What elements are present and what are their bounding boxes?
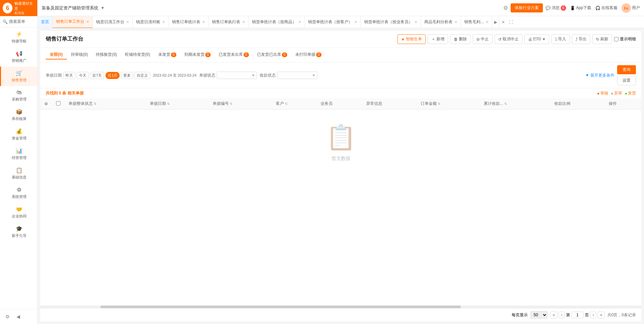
filter-tab-expired[interactable]: 到期未发货0	[180, 50, 215, 59]
sidebar-item-finance[interactable]: 💰 资金管理	[0, 125, 37, 144]
sidebar-item-inventory[interactable]: 📦 库存核算	[0, 105, 37, 125]
status-select[interactable]	[217, 72, 257, 79]
date-btn-yesterday[interactable]: 昨天	[63, 72, 75, 79]
show-detail-checkbox[interactable]	[614, 37, 618, 41]
date-btn-1month[interactable]: 近1月	[105, 72, 120, 79]
online-service-btn[interactable]: 🎧 在线客服	[595, 5, 617, 11]
stop-btn[interactable]: ⊘ 中止	[473, 34, 492, 44]
date-options: 昨天 今天 近7天 近1月 更多 自定义	[63, 72, 150, 79]
prev-page-btn[interactable]: ‹	[559, 312, 565, 318]
tab-sales-by-goods[interactable]: 销货单统计表（按商品） ✕	[249, 16, 305, 28]
tab-sales-by-customer[interactable]: 销货单统计表（按客户） ✕	[305, 16, 361, 28]
th-staff-label: 业务员	[320, 101, 333, 106]
refresh-btn[interactable]: ↻ 刷新	[592, 34, 612, 44]
tab-sales-exec[interactable]: 销售订单执行表 ✕	[209, 16, 249, 28]
date-btn-more[interactable]: 更多	[121, 72, 133, 79]
tab-fullscreen-btn[interactable]: ⛶	[507, 16, 515, 28]
th-date-sort[interactable]: 单据日期 ⇅	[150, 101, 205, 107]
sidebar-item-operations[interactable]: 📊 经营管理	[0, 144, 37, 164]
date-btn-7days[interactable]: 近7天	[90, 72, 104, 79]
tab-sales-stats-close[interactable]: ✕	[202, 20, 205, 24]
app-download-btn[interactable]: 📱 App下载	[570, 5, 591, 11]
th-settings[interactable]: ⚙	[40, 98, 52, 110]
tab-sales-more[interactable]: 销售毛利... ✕	[461, 16, 492, 28]
settings-btn[interactable]: 设置	[617, 76, 636, 85]
th-customer-sort[interactable]: 客户 ⇅	[276, 101, 312, 107]
th-checkbox[interactable]	[52, 98, 65, 110]
filter-tab-wangpu[interactable]: 旺铺待发货(0)	[121, 50, 154, 59]
tab-sales-by-goods-close[interactable]: ✕	[298, 20, 301, 24]
sidebar-item-system[interactable]: ⚙ 系统管理	[0, 183, 37, 203]
tab-sales-exec-close[interactable]: ✕	[242, 20, 245, 24]
sidebar-item-basicinfo[interactable]: 📋 基础信息	[0, 164, 37, 183]
last-page-btn[interactable]: »	[598, 312, 605, 318]
tab-close-all-btn[interactable]: ✕	[500, 16, 507, 28]
tab-sales-stats[interactable]: 销售订单统计表 ✕	[169, 16, 209, 28]
settings-bottom-icon[interactable]: ⚙	[3, 313, 11, 321]
page-input[interactable]	[571, 312, 584, 318]
tab-home[interactable]: 首页	[38, 16, 53, 28]
cancel-review-action-btn[interactable]: ● 弃审	[611, 90, 622, 96]
date-btn-today[interactable]: 今天	[77, 72, 89, 79]
tab-sales-more-close[interactable]: ✕	[486, 20, 488, 24]
ship-action-btn[interactable]: ● 发货	[625, 90, 636, 96]
tab-goods-margin-close[interactable]: ✕	[455, 20, 457, 24]
tab-sales-exec-label: 销售订单执行表	[212, 19, 240, 25]
page-size-select[interactable]: 10 20 50 100	[530, 311, 548, 319]
payment-select[interactable]	[277, 72, 317, 79]
tab-sales-by-staff-close[interactable]: ✕	[415, 20, 417, 24]
tab-sales-workbench-close[interactable]: ✕	[86, 20, 89, 24]
expand-filters-btn[interactable]: ▼ 展开更多条件	[585, 73, 614, 78]
tab-cash-reconcile-close[interactable]: ✕	[162, 20, 165, 24]
tab-sales-by-customer-close[interactable]: ✕	[354, 20, 357, 24]
print-btn[interactable]: 🖨 打印 ▼	[524, 34, 549, 44]
th-amount-sort[interactable]: 订单金额 ⇅	[421, 101, 476, 107]
add-btn[interactable]: ＋ 新增	[428, 34, 448, 44]
horizontal-scrollbar[interactable]	[40, 306, 641, 308]
tab-cash-daily[interactable]: 钱货日清工作台 ✕	[93, 16, 133, 28]
sidebar-item-tutorial[interactable]: 🎓 新手引导	[0, 222, 37, 242]
import-btn[interactable]: ⤵ 导入	[551, 34, 570, 44]
smart-gen-btn[interactable]: ★ 智能生单	[397, 34, 426, 44]
first-page-btn[interactable]: «	[550, 312, 557, 318]
filter-tab-shipped-out[interactable]: 已发货已出库0	[253, 50, 291, 59]
system-dropdown-icon[interactable]: ▼	[100, 5, 105, 10]
sidebar-search[interactable]: 🔍 搜索菜单	[0, 16, 37, 28]
date-btn-custom[interactable]: 自定义	[134, 72, 150, 79]
th-collected-sort[interactable]: 累计收款... ⇅	[484, 101, 546, 107]
filter-tab-not-shipped[interactable]: 未发货0	[154, 50, 180, 59]
th-number-sort[interactable]: 单据编号 ⇅	[213, 101, 268, 107]
topbar-system: 装备及固定资产辅助管理系统 ▼	[42, 5, 501, 11]
sidebar-item-purchase[interactable]: 🛍 采购管理	[0, 86, 37, 105]
topbar-settings-icon[interactable]: ⚙	[503, 5, 508, 11]
sidebar-item-sales[interactable]: 🛒 销售管理	[0, 67, 37, 86]
export-btn[interactable]: ⤴ 导出	[572, 34, 590, 44]
tab-sales-by-staff[interactable]: 销货单统计表（按业务员） ✕	[361, 16, 421, 28]
filter-tab-not-printed[interactable]: 未打印单据0	[291, 50, 326, 59]
review-action-btn[interactable]: ● 审核	[597, 90, 608, 96]
search-btn[interactable]: 查询	[617, 65, 636, 74]
message-btn[interactable]: 💬 消息 6	[546, 5, 566, 11]
user-menu[interactable]: Ea 用户	[621, 3, 640, 13]
tab-cash-daily-close[interactable]: ✕	[126, 20, 129, 24]
sidebar-item-enterprise[interactable]: 🤝 企业协同	[0, 203, 37, 222]
scroll-thumb[interactable]	[100, 306, 461, 308]
cancel-stop-btn[interactable]: ↺ 取消中止	[495, 34, 522, 44]
filter-tab-pending-inspect[interactable]: 待拣验货(0)	[92, 50, 121, 59]
filter-tab-all[interactable]: 全部(0)	[46, 50, 67, 59]
sidebar-item-quicknav[interactable]: ⚡ 快捷导航	[0, 28, 37, 47]
filter-tab-shipped-not-out[interactable]: 已发货未出库0	[215, 50, 253, 59]
tab-scroll-right-btn[interactable]: ▶	[492, 16, 500, 28]
next-page-btn[interactable]: ›	[590, 312, 596, 318]
filter-tab-pending-review[interactable]: 待审核(0)	[67, 50, 92, 59]
tab-goods-margin[interactable]: 商品毛利分析表 ✕	[421, 16, 461, 28]
tab-sales-workbench[interactable]: 销售订单工作台 ✕	[53, 16, 93, 28]
th-status-sort[interactable]: 单据整体状态 ⇅	[69, 101, 142, 107]
tab-cash-reconcile[interactable]: 钱货日清对账 ✕	[133, 16, 169, 28]
collapse-sidebar-btn[interactable]: ◀	[14, 313, 22, 321]
show-detail-toggle[interactable]: 显示明细	[614, 36, 636, 42]
select-all-checkbox[interactable]	[56, 101, 60, 106]
trial-btn[interactable]: 体验行业方案	[511, 3, 543, 12]
sidebar-item-marketing[interactable]: 📢 营销推广	[0, 47, 37, 67]
delete-btn[interactable]: 🗑 删除	[450, 34, 471, 44]
